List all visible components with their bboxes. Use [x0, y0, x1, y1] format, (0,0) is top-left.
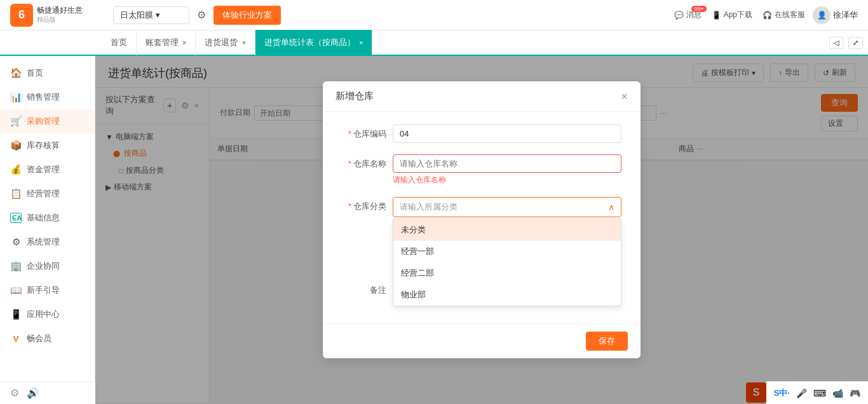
- tab-close-purchase-stats[interactable]: ×: [359, 39, 363, 46]
- apps-icon: 📱: [10, 309, 22, 320]
- category-dropdown[interactable]: 请输入所属分类 ∧: [393, 197, 621, 217]
- tab-close-accounts[interactable]: ×: [182, 39, 186, 46]
- logo-text: 畅捷通好生意: [37, 6, 83, 16]
- category-form-row: 仓库分类 请输入所属分类 ∧ 未分类 经营一部 经营二部 物业: [342, 197, 621, 217]
- mobile-icon: 📱: [712, 11, 721, 20]
- headset-icon: 🎧: [763, 11, 772, 20]
- tab-controls: ◁ ⤢: [829, 37, 868, 49]
- logo-sub: 精品版: [37, 15, 83, 24]
- sidebar-apps-label: 应用中心: [27, 309, 60, 320]
- code-form-row: 仓库编码: [342, 125, 621, 143]
- trial-button[interactable]: 体验行业方案: [214, 6, 281, 25]
- tab-home[interactable]: 首页: [102, 30, 137, 55]
- header-icon-group: 💬 消息 99+ 📱 App下载 🎧 在线客服: [674, 10, 805, 20]
- content-area: 进货单统计(按商品) 🖨 按模板打印 ▾ ↑ 导出 ↺ 刷新: [95, 56, 868, 404]
- gamepad-icon[interactable]: 🎮: [850, 388, 860, 398]
- name-error-msg: 请输入仓库名称: [393, 175, 621, 185]
- save-button[interactable]: 保存: [586, 332, 628, 351]
- name-input-wrap: 请输入仓库名称: [393, 154, 621, 185]
- sidebar-bottom: ⚙ 🔊: [0, 381, 95, 404]
- code-label: 仓库编码: [342, 125, 393, 140]
- app-download-label: App下载: [724, 10, 752, 20]
- sidebar-item-inventory[interactable]: 📦 库存核算: [0, 133, 95, 158]
- status-bar: S中· 🎤 ⌨ 📹 🎮: [766, 381, 868, 404]
- name-form-row: 仓库名称 请输入仓库名称: [342, 154, 621, 185]
- sidebar-item-apps[interactable]: 📱 应用中心: [0, 302, 95, 327]
- mic-icon[interactable]: 🎤: [796, 388, 807, 398]
- sidebar-item-enterprise[interactable]: 🏢 企业协同: [0, 254, 95, 278]
- new-warehouse-modal: 新增仓库 × 仓库编码 仓库名称: [323, 81, 641, 358]
- enterprise-icon: 🏢: [10, 260, 22, 272]
- sidebar-item-guide[interactable]: 📖 新手引导: [0, 278, 95, 302]
- sidebar: 🏠 首页 📊 销售管理 🛒 采购管理 📦 库存核算 💰 资金管理 📋 经营管理 …: [0, 56, 95, 404]
- online-service-label: 在线客服: [775, 10, 805, 20]
- tab-close-purchase-return[interactable]: ×: [241, 39, 245, 46]
- message-badge: 99+: [691, 6, 706, 12]
- system-icon: ⚙: [10, 236, 22, 248]
- purchase-return-tab-label: 进货退货: [205, 37, 238, 48]
- sidebar-item-purchase[interactable]: 🛒 采购管理: [0, 109, 95, 133]
- sidebar-item-home[interactable]: 🏠 首页: [0, 61, 95, 85]
- modal-body: 仓库编码 仓库名称 请输入仓库名称: [323, 112, 641, 323]
- tab-prev-btn[interactable]: ◁: [829, 37, 843, 49]
- logo-text-group: 畅捷通好生意 精品版: [37, 6, 83, 25]
- sidebar-item-basic-info[interactable]: EA 基础信息: [0, 206, 95, 230]
- sidebar-member-label: 畅会员: [27, 333, 51, 344]
- sidebar-item-operations[interactable]: 📋 经营管理: [0, 182, 95, 206]
- sidebar-finance-label: 资金管理: [27, 164, 60, 175]
- ime-icon[interactable]: S中·: [774, 387, 790, 399]
- message-item[interactable]: 💬 消息 99+: [674, 10, 702, 20]
- dropdown-option-1[interactable]: 经营一部: [393, 241, 621, 262]
- volume-icon[interactable]: 🔊: [27, 387, 39, 399]
- sidebar-basic-info-label: 基础信息: [27, 212, 60, 224]
- modal-header: 新增仓库 ×: [323, 81, 641, 112]
- home-tab-label: 首页: [111, 37, 127, 48]
- dropdown-option-0[interactable]: 未分类: [393, 219, 621, 241]
- sidebar-item-member[interactable]: V 畅会员: [0, 327, 95, 351]
- tab-bar: 首页 账套管理 × 进货退货 × 进货单统计表（按商品） × ◁ ⤢: [0, 30, 868, 56]
- code-input[interactable]: [393, 125, 621, 143]
- camera-icon[interactable]: 📹: [832, 388, 843, 398]
- online-service-item[interactable]: 🎧 在线客服: [763, 10, 805, 20]
- dropdown-option-3[interactable]: 物业部: [393, 284, 621, 306]
- note-label: 备注: [342, 281, 393, 296]
- code-input-wrap: [393, 125, 621, 143]
- sidebar-item-finance[interactable]: 💰 资金管理: [0, 158, 95, 182]
- modal-title: 新增仓库: [336, 90, 374, 102]
- message-icon: 💬: [674, 11, 684, 20]
- tab-purchase-return[interactable]: 进货退货 ×: [196, 30, 255, 55]
- tab-expand-btn[interactable]: ⤢: [848, 37, 863, 49]
- name-label: 仓库名称: [342, 154, 393, 170]
- keyboard-icon[interactable]: ⌨: [813, 388, 826, 398]
- store-selector[interactable]: 日太阳膜 ▾: [113, 6, 189, 24]
- sidebar-home-label: 首页: [27, 67, 43, 79]
- modal-footer: 保存: [323, 323, 641, 358]
- app-download-item[interactable]: 📱 App下载: [712, 10, 752, 20]
- top-header: 6 畅捷通好生意 精品版 日太阳膜 ▾ ⚙ 体验行业方案 💬 消息 99+ 📱 …: [0, 0, 868, 30]
- inventory-icon: 📦: [10, 140, 22, 151]
- tab-accounts[interactable]: 账套管理 ×: [137, 30, 196, 55]
- category-dropdown-arrow-icon: ∧: [608, 202, 614, 212]
- settings-bottom-icon[interactable]: ⚙: [10, 387, 19, 399]
- operations-icon: 📋: [10, 188, 22, 199]
- sidebar-purchase-label: 采购管理: [27, 116, 60, 127]
- tab-purchase-stats[interactable]: 进货单统计表（按商品） ×: [255, 30, 372, 55]
- logo-area: 6 畅捷通好生意 精品版: [10, 4, 105, 27]
- dropdown-option-2[interactable]: 经营二部: [393, 262, 621, 284]
- purchase-stats-tab-label: 进货单统计表（按商品）: [264, 37, 355, 48]
- sidebar-item-system[interactable]: ⚙ 系统管理: [0, 230, 95, 254]
- username-label: 徐泽华: [833, 10, 858, 21]
- finance-icon: 💰: [10, 164, 22, 175]
- name-input[interactable]: [393, 154, 621, 173]
- sidebar-guide-label: 新手引导: [27, 285, 60, 296]
- modal-close-button[interactable]: ×: [621, 91, 628, 102]
- sidebar-item-sales[interactable]: 📊 销售管理: [0, 85, 95, 109]
- settings-icon[interactable]: ⚙: [197, 9, 206, 21]
- sidebar-operations-label: 经营管理: [27, 188, 60, 199]
- category-label: 仓库分类: [342, 197, 393, 212]
- store-name: 日太阳膜: [120, 10, 153, 21]
- category-dropdown-list: 未分类 经营一部 经营二部 物业部: [393, 219, 621, 306]
- avatar-icon: 👤: [813, 6, 831, 24]
- user-avatar[interactable]: 👤 徐泽华: [813, 6, 858, 24]
- sidebar-enterprise-label: 企业协同: [27, 260, 60, 272]
